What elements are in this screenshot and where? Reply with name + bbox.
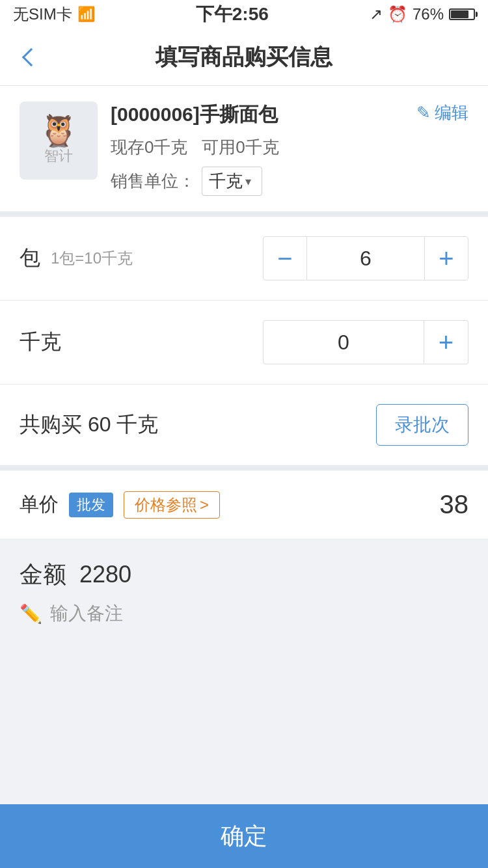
edit-label: 编辑 xyxy=(435,102,468,124)
page-title: 填写商品购买信息 xyxy=(156,42,332,72)
note-row[interactable]: ✏️ 输入备注 xyxy=(20,601,468,626)
bao-control: − + xyxy=(263,236,468,280)
bao-input[interactable] xyxy=(307,236,424,280)
battery-icon xyxy=(449,8,475,20)
price-label: 单价 xyxy=(20,491,59,518)
kg-label: 千克 xyxy=(20,328,61,357)
amount-section: 金额 2280 ✏️ 输入备注 xyxy=(0,539,488,639)
price-ref-button[interactable]: 价格参照 > xyxy=(124,491,220,519)
kg-plus-button[interactable]: + xyxy=(424,320,468,364)
back-button[interactable] xyxy=(0,29,52,86)
bao-input-section: 包 1包=10千克 − + xyxy=(0,217,488,301)
amount-value: 2280 xyxy=(79,561,131,588)
amount-row: 金额 2280 xyxy=(20,559,468,591)
bao-label: 包 1包=10千克 xyxy=(20,244,133,273)
kg-input-section: 千克 + xyxy=(0,301,488,384)
nav-bar: 填写商品购买信息 xyxy=(0,29,488,86)
product-name: [0000006]手撕面包 xyxy=(111,102,278,128)
product-info: [0000006]手撕面包 ✎ 编辑 现存0千克 可用0千克 销售单位： 千克 … xyxy=(111,102,468,196)
product-header: [0000006]手撕面包 ✎ 编辑 xyxy=(111,102,468,136)
dropdown-icon: ▾ xyxy=(245,174,251,189)
confirm-button[interactable]: 确定 xyxy=(0,804,488,868)
product-unit-row: 销售单位： 千克 ▾ xyxy=(111,167,468,196)
product-stock: 现存0千克 可用0千克 xyxy=(111,136,468,159)
kg-input[interactable] xyxy=(263,320,424,364)
bao-minus-button[interactable]: − xyxy=(263,236,307,280)
price-value: 38 xyxy=(440,490,469,519)
product-image: 🦉 智计 xyxy=(20,102,98,180)
back-arrow-icon xyxy=(21,47,40,66)
bao-hint: 1包=10千克 xyxy=(51,248,133,269)
price-ref-arrow-icon: > xyxy=(200,496,209,514)
unit-value: 千克 xyxy=(209,170,243,193)
note-icon: ✏️ xyxy=(20,603,42,625)
alarm-icon: ⏰ xyxy=(388,5,407,23)
edit-icon: ✎ xyxy=(416,103,431,123)
batch-button[interactable]: 录批次 xyxy=(376,404,468,446)
status-bar: 无SIM卡 📶 下午2:56 ↗ ⏰ 76% xyxy=(0,0,488,29)
location-icon: ↗ xyxy=(370,5,383,23)
edit-button[interactable]: ✎ 编辑 xyxy=(416,102,468,124)
price-tag: 批发 xyxy=(69,493,113,517)
product-logo-icon: 🦉 xyxy=(39,115,78,146)
product-logo-text: 智计 xyxy=(44,146,73,166)
unit-select[interactable]: 千克 ▾ xyxy=(202,167,262,196)
battery-label: 76% xyxy=(413,5,444,23)
price-section: 单价 批发 价格参照 > 38 xyxy=(0,470,488,539)
note-placeholder: 输入备注 xyxy=(50,601,123,626)
bao-plus-button[interactable]: + xyxy=(424,236,468,280)
status-right: ↗ ⏰ 76% xyxy=(370,5,475,23)
status-left: 无SIM卡 📶 xyxy=(13,4,95,25)
summary-row: 共购买 60 千克 录批次 xyxy=(0,384,488,470)
summary-text: 共购买 60 千克 xyxy=(20,411,158,439)
carrier-label: 无SIM卡 xyxy=(13,4,72,25)
status-time: 下午2:56 xyxy=(196,2,269,27)
wifi-icon: 📶 xyxy=(77,6,95,23)
product-card: 🦉 智计 [0000006]手撕面包 ✎ 编辑 现存0千克 可用0千克 销售单位… xyxy=(0,86,488,217)
kg-control: + xyxy=(263,320,468,364)
